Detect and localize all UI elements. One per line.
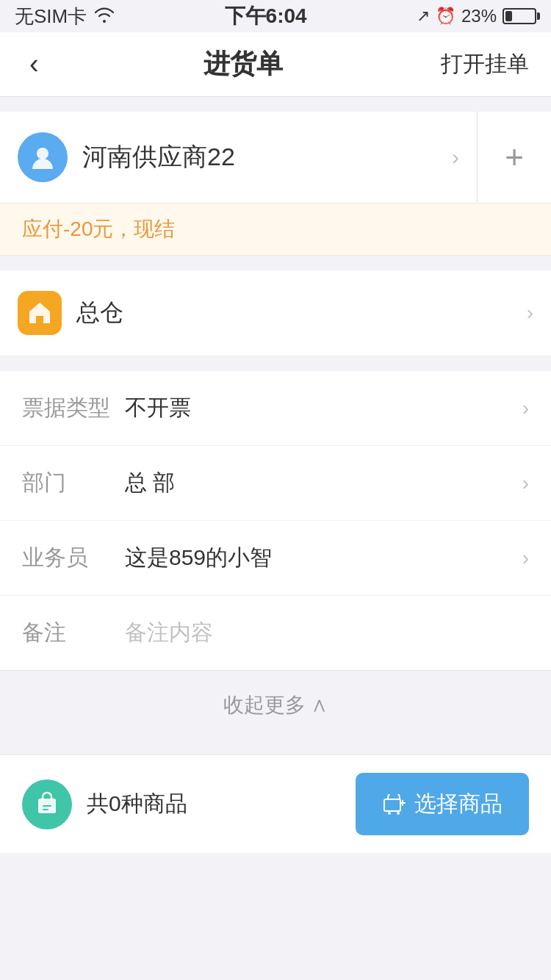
warehouse-icon [18, 291, 62, 335]
department-row[interactable]: 部门 总 部 › [0, 446, 551, 521]
svg-point-5 [397, 812, 400, 815]
section-gap-1 [0, 97, 551, 112]
remark-row[interactable]: 备注 备注内容 [0, 596, 551, 670]
warehouse-chevron-icon: › [527, 301, 533, 325]
invoice-type-row[interactable]: 票据类型 不开票 › [0, 371, 551, 446]
page-title: 进货单 [204, 46, 283, 82]
notice-bar: 应付-20元，现结 [0, 203, 551, 256]
nav-bar: ‹ 进货单 打开挂单 [0, 32, 551, 97]
invoice-type-label: 票据类型 [22, 393, 110, 423]
salesperson-label: 业务员 [22, 543, 110, 573]
svg-point-0 [37, 148, 48, 159]
open-pending-button[interactable]: 打开挂单 [441, 49, 529, 79]
supplier-avatar [18, 132, 68, 182]
wifi-icon [94, 5, 115, 28]
svg-rect-3 [384, 799, 400, 811]
select-product-button[interactable]: 选择商品 [356, 773, 529, 835]
section-gap-4 [0, 740, 551, 754]
supplier-chevron-icon: › [452, 145, 459, 170]
department-value: 总 部 [125, 468, 515, 498]
carrier-label: 无SIM卡 [15, 4, 87, 29]
invoice-type-value: 不开票 [125, 393, 515, 423]
status-bar: 无SIM卡 下午6:04 ↗ ⏰ 23% [0, 0, 551, 32]
status-right: ↗ ⏰ 23% [417, 6, 536, 26]
cart-icon [382, 794, 406, 815]
supplier-name: 河南供应商22 [82, 140, 444, 174]
fields-section: 票据类型 不开票 › 部门 总 部 › 业务员 这是859的小智 › 备注 备注… [0, 371, 551, 670]
supplier-section: 河南供应商22 › + [0, 112, 551, 203]
collapse-button[interactable]: 收起更多 ∧ [0, 670, 551, 740]
department-label: 部门 [22, 468, 110, 498]
warehouse-name: 总仓 [76, 297, 519, 329]
salesperson-value: 这是859的小智 [125, 543, 515, 573]
battery-icon [503, 8, 536, 24]
product-count-label: 共0种商品 [87, 789, 356, 819]
select-product-label: 选择商品 [414, 789, 503, 819]
location-icon: ↗ [417, 7, 430, 26]
department-chevron-icon: › [522, 472, 529, 495]
section-gap-2 [0, 256, 551, 270]
back-button[interactable]: ‹ [22, 41, 46, 87]
status-time: 下午6:04 [225, 2, 307, 30]
svg-rect-1 [36, 316, 43, 323]
bottom-bar: 共0种商品 选择商品 [0, 754, 551, 853]
warehouse-row[interactable]: 总仓 › [0, 270, 551, 356]
status-left: 无SIM卡 [15, 4, 115, 29]
battery-percentage: 23% [461, 6, 497, 26]
remark-value: 备注内容 [125, 618, 529, 648]
section-gap-3 [0, 356, 551, 371]
invoice-type-chevron-icon: › [522, 397, 529, 420]
add-supplier-button[interactable]: + [478, 139, 551, 176]
salesperson-chevron-icon: › [522, 547, 529, 570]
notice-text: 应付-20元，现结 [22, 217, 175, 240]
salesperson-row[interactable]: 业务员 这是859的小智 › [0, 521, 551, 596]
product-icon [22, 779, 72, 829]
remark-label: 备注 [22, 618, 110, 648]
alarm-icon: ⏰ [436, 7, 455, 26]
svg-point-4 [388, 812, 391, 815]
supplier-main[interactable]: 河南供应商22 › [0, 112, 478, 203]
